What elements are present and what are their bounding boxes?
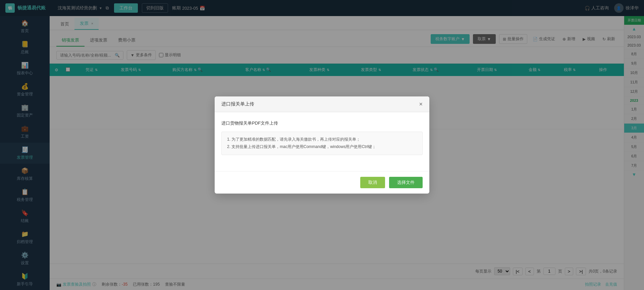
upload-notes: 1. 为了更加精准的数据匹配，请先录入海关缴款书，再上传对应的报关单； 2. 支… xyxy=(221,132,423,155)
modal-footer: 取消 选择文件 xyxy=(215,171,429,194)
upload-note-2: 2. 支持批量上传进口报关单，mac用户使用Command键，windows用户… xyxy=(227,143,417,151)
upload-note-1: 1. 为了更加精准的数据匹配，请先录入海关缴款书，再上传对应的报关单； xyxy=(227,136,417,143)
modal-overlay[interactable]: 进口报关单上传 × 进口货物报关单PDF文件上传 1. 为了更加精准的数据匹配，… xyxy=(0,0,644,290)
modal-close-button[interactable]: × xyxy=(419,101,423,107)
modal-body: 进口货物报关单PDF文件上传 1. 为了更加精准的数据匹配，请先录入海关缴款书，… xyxy=(215,112,429,171)
modal-cancel-button[interactable]: 取消 xyxy=(360,177,385,188)
modal-header: 进口报关单上传 × xyxy=(215,96,429,112)
modal-select-file-button[interactable]: 选择文件 xyxy=(389,177,423,188)
import-customs-modal: 进口报关单上传 × 进口货物报关单PDF文件上传 1. 为了更加精准的数据匹配，… xyxy=(215,96,429,193)
modal-title: 进口报关单上传 xyxy=(221,101,254,107)
upload-section-title: 进口货物报关单PDF文件上传 xyxy=(221,120,423,126)
